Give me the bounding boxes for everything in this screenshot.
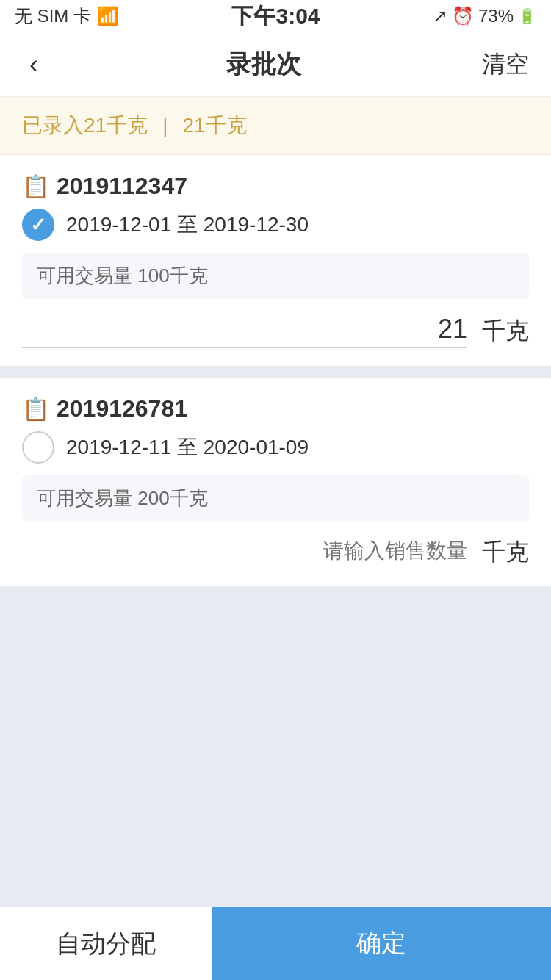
section-divider-1 [0,366,551,378]
page-title: 录批次 [226,48,301,82]
status-bar: 无 SIM 卡 📶 下午3:04 ↗ ⏰ 73% 🔋 [0,0,551,32]
summary-label: 已录入21千克 [22,112,148,140]
back-button[interactable]: ‹ [22,42,46,87]
carrier-text: 无 SIM 卡 [15,4,91,28]
batch-2-checkbox[interactable] [22,431,54,464]
batch-2-available: 可用交易量 200千克 [22,475,529,522]
auto-distribute-button[interactable]: 自动分配 [0,907,212,980]
batch-2-date-row: 2019-12-11 至 2020-01-09 [22,431,529,464]
summary-bar: 已录入21千克 | 21千克 [0,97,551,155]
status-time: 下午3:04 [231,1,320,32]
batch-1-quantity: 21 [438,314,467,345]
location-icon: ↗ [433,6,447,26]
alarm-icon: ⏰ [452,6,474,26]
batch-1-date: 2019-12-01 至 2019-12-30 [66,211,309,239]
batch-1-icon: 📋 [22,173,49,199]
batch-item-2: 📋 2019126781 2019-12-11 至 2020-01-09 可用交… [0,378,551,522]
bottom-bar: 自动分配 确定 [0,907,551,980]
batch-2-header: 📋 2019126781 [22,395,529,422]
batch-1-header: 📋 2019112347 [22,173,529,200]
batch-1-unit: 千克 [482,315,529,347]
wifi-icon: 📶 [97,6,119,26]
batch-2-date: 2019-12-11 至 2020-01-09 [66,433,309,461]
batch-item-1: 📋 2019112347 2019-12-01 至 2019-12-30 可用交… [0,155,551,299]
section-divider-2 [0,586,551,598]
batch-1-underline: 21 [22,314,467,348]
batch-2-qty-input[interactable] [22,539,467,563]
nav-bar: ‹ 录批次 清空 [0,32,551,97]
batch-1-id: 2019112347 [57,173,187,200]
batch-2-id: 2019126781 [57,395,187,422]
empty-area [0,598,551,951]
batch-1-date-row: 2019-12-01 至 2019-12-30 [22,209,529,241]
clear-button[interactable]: 清空 [482,48,529,81]
battery-icon: 🔋 [518,7,536,25]
batch-2-icon: 📋 [22,396,49,422]
summary-value: 21千克 [182,112,246,140]
confirm-button[interactable]: 确定 [212,907,551,980]
status-left: 无 SIM 卡 📶 [15,4,119,28]
batch-1-checkbox[interactable] [22,209,54,241]
batch-1-available: 可用交易量 100千克 [22,253,529,299]
batch-2-unit: 千克 [482,536,529,569]
batch-2-underline [22,539,467,566]
status-right: ↗ ⏰ 73% 🔋 [433,6,536,26]
battery-text: 73% [478,6,514,26]
batch-2-qty-row: 千克 [0,522,551,586]
summary-divider: | [162,114,168,137]
batch-1-qty-row: 21 千克 [0,299,551,366]
